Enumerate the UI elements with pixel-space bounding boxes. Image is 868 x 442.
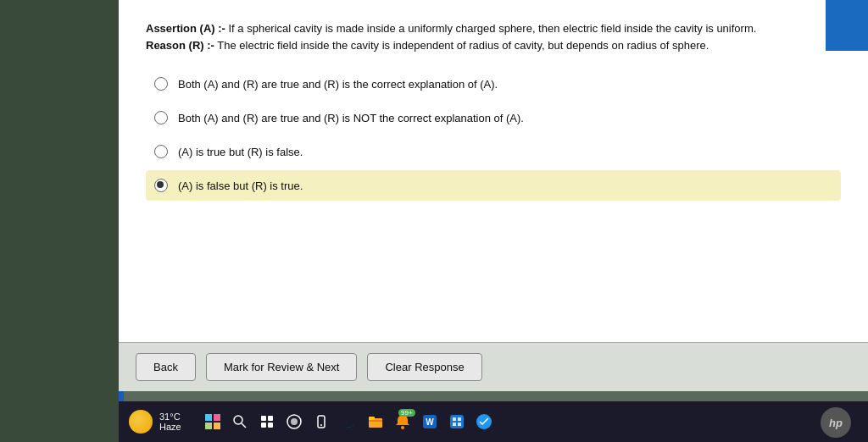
options-list: Both (A) and (R) are true and (R) is the…: [146, 69, 841, 329]
weather-widget: 31°C Haze: [129, 410, 181, 434]
left-bezel: [0, 0, 119, 442]
option-item-1[interactable]: Both (A) and (R) are true and (R) is the…: [146, 69, 841, 99]
action-bar: Back Mark for Review & Next Clear Respon…: [119, 342, 868, 391]
notification-icon[interactable]: 99+: [393, 412, 412, 431]
svg-point-9: [320, 424, 322, 426]
svg-rect-5: [268, 423, 273, 428]
file-explorer-icon[interactable]: [366, 412, 385, 431]
svg-line-1: [242, 423, 246, 428]
svg-rect-19: [458, 423, 461, 426]
notification-badge: 99+: [398, 409, 415, 417]
app1-icon[interactable]: W: [420, 412, 439, 431]
weather-icon: [129, 410, 153, 434]
search-icon[interactable]: [231, 412, 249, 431]
svg-rect-16: [453, 417, 456, 421]
clear-response-button[interactable]: Clear Response: [367, 353, 481, 381]
taskbar: 31°C Haze: [119, 401, 868, 442]
option-label-4: (A) is false but (R) is true.: [178, 180, 303, 192]
question-text: Assertion (A) :- If a spherical cavity i…: [146, 20, 841, 53]
option-item-3[interactable]: (A) is true but (R) is false.: [146, 136, 841, 167]
svg-point-12: [401, 426, 404, 429]
weather-condition: Haze: [159, 422, 181, 432]
reason-text: The electric field inside the cavity is …: [214, 39, 709, 52]
option-label-2: Both (A) and (R) are true and (R) is NOT…: [178, 112, 524, 124]
svg-rect-4: [261, 423, 266, 428]
assertion-text: If a spherical cavity is made inside a u…: [225, 22, 756, 35]
assertion-label: Assertion (A) :-: [146, 22, 225, 35]
reason-label: Reason (R) :-: [146, 39, 214, 52]
screen: Assertion (A) :- If a spherical cavity i…: [119, 0, 868, 391]
option-item-4[interactable]: (A) is false but (R) is true.: [146, 170, 841, 201]
weather-info: 31°C Haze: [159, 412, 181, 432]
windows-logo: [205, 414, 220, 429]
svg-rect-3: [268, 416, 273, 421]
hp-logo: hp: [821, 407, 851, 438]
svg-point-7: [291, 418, 298, 425]
svg-text:W: W: [426, 417, 434, 427]
back-button[interactable]: Back: [136, 353, 196, 381]
option-label-1: Both (A) and (R) are true and (R) is the…: [178, 78, 498, 91]
option-label-3: (A) is true but (R) is false.: [178, 146, 303, 158]
svg-rect-2: [261, 416, 266, 421]
windows-start-icon[interactable]: [203, 412, 222, 431]
option-radio-2[interactable]: [154, 111, 168, 124]
edge-browser-icon[interactable]: [339, 412, 358, 431]
blue-corner-button[interactable]: [826, 0, 868, 51]
option-radio-1[interactable]: [154, 77, 168, 91]
svg-point-0: [234, 416, 242, 424]
camera-icon[interactable]: [285, 412, 303, 431]
svg-rect-11: [369, 417, 375, 420]
svg-rect-15: [450, 415, 464, 428]
taskbar-icons: 99+ W: [203, 412, 493, 431]
content-area: Assertion (A) :- If a spherical cavity i…: [119, 0, 868, 342]
app2-icon[interactable]: [448, 412, 466, 431]
review-next-button[interactable]: Mark for Review & Next: [206, 353, 358, 381]
task-view-icon[interactable]: [258, 412, 276, 431]
svg-rect-17: [458, 417, 461, 421]
telegram-icon[interactable]: [475, 412, 493, 431]
option-item-2[interactable]: Both (A) and (R) are true and (R) is NOT…: [146, 102, 841, 133]
temperature: 31°C: [159, 412, 181, 422]
phone-icon[interactable]: [312, 412, 331, 431]
option-radio-4[interactable]: [154, 179, 168, 192]
svg-rect-18: [453, 423, 456, 426]
option-radio-3[interactable]: [154, 145, 168, 158]
